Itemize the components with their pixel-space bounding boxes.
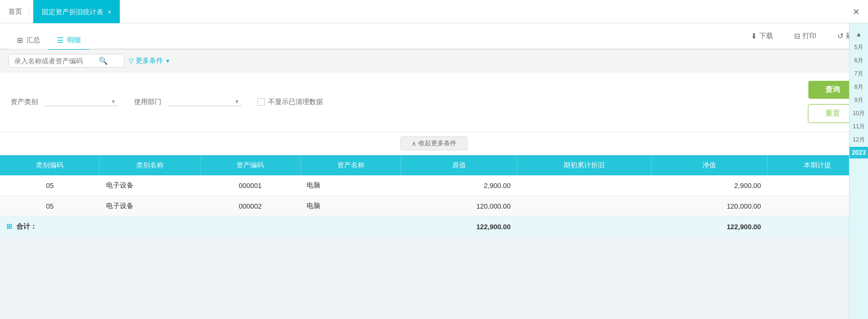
- sidebar-year-2023[interactable]: 2023: [850, 147, 868, 158]
- hide-cleared-label: 不显示已清理数据: [268, 97, 323, 107]
- sidebar-month-6[interactable]: 6月: [850, 54, 868, 67]
- search-input[interactable]: [14, 57, 99, 65]
- department-label: 使用部门: [134, 97, 164, 107]
- row1-asset-name: 电脑: [300, 175, 400, 196]
- hide-cleared-checkbox[interactable]: [257, 98, 265, 106]
- collapse-bar: ∧ 收起更多条件: [0, 132, 868, 155]
- refresh-icon: ↺: [837, 32, 844, 40]
- sidebar-month-10[interactable]: 10月: [850, 107, 868, 119]
- nav-home[interactable]: 首页: [8, 7, 29, 16]
- asset-category-select[interactable]: ▼: [44, 98, 118, 106]
- summary-row: ⊞ 合计： 122,900.00 122,900.00: [0, 217, 868, 237]
- asset-category-arrow-icon: ▼: [111, 99, 116, 105]
- department-field: 使用部门 ▼: [134, 97, 242, 107]
- department-select[interactable]: ▼: [168, 98, 242, 106]
- asset-category-label: 资产类别: [11, 97, 40, 107]
- print-button[interactable]: ⊟ 打印: [794, 31, 816, 41]
- summary-empty-1: [200, 217, 300, 237]
- tab-summary[interactable]: ⊞ 汇总: [8, 31, 49, 50]
- department-arrow-icon: ▼: [234, 99, 240, 105]
- search-icon[interactable]: 🔍: [99, 57, 108, 65]
- row1-category-name: 电子设备: [100, 175, 200, 196]
- chevron-down-icon: ▼: [165, 58, 170, 64]
- summary-original-value: 122,900.00: [401, 217, 517, 237]
- header-net-value: 净值: [651, 155, 767, 175]
- collapse-label: 收起更多条件: [418, 139, 456, 148]
- sidebar-month-7[interactable]: 7月: [850, 68, 868, 80]
- header-category-name: 类别名称: [100, 155, 200, 175]
- print-label: 打印: [803, 31, 816, 41]
- hide-cleared-field: 不显示已清理数据: [257, 97, 323, 107]
- sidebar-month-9[interactable]: 9月: [850, 94, 868, 106]
- row2-original-value: 120,000.00: [401, 196, 517, 217]
- row1-net-value: 2,900.00: [651, 175, 767, 196]
- tab-detail-label: 明细: [67, 35, 81, 45]
- table-row: 05 电子设备 000001 电脑 2,900.00 2,900.00: [0, 175, 868, 196]
- header-initial-depreciation: 期初累计折旧: [517, 155, 651, 175]
- sidebar-month-8[interactable]: 8月: [850, 81, 868, 93]
- nav-tab-title: 固定资产折旧统计表: [42, 7, 103, 17]
- row2-asset-code: 000002: [200, 196, 300, 217]
- summary-initial-depreciation: [517, 217, 651, 237]
- print-icon: ⊟: [794, 32, 800, 40]
- row1-category-code: 05: [0, 175, 100, 196]
- close-window-button[interactable]: ✕: [853, 6, 860, 16]
- row2-initial-depreciation: [517, 196, 651, 217]
- more-conditions-button[interactable]: ▽ 更多条件 ▼: [129, 56, 170, 65]
- right-sidebar: ▲ 5月 6月 7月 8月 9月 10月 11月 12月 2023: [849, 23, 868, 319]
- header-asset-code: 资产编码: [200, 155, 300, 175]
- download-button[interactable]: ⬇ 下载: [751, 31, 773, 41]
- sidebar-month-11[interactable]: 11月: [850, 120, 868, 133]
- nav-tab-close[interactable]: ×: [108, 8, 111, 16]
- tab-detail[interactable]: ☰ 明细: [49, 31, 89, 50]
- download-icon: ⬇: [751, 32, 757, 40]
- header-asset-name: 资产名称: [300, 155, 400, 175]
- data-table: 类别编码 类别名称 资产编码 资产名称 原值 期初累计折旧 净值 本期计提 05…: [0, 155, 868, 237]
- header-original-value: 原值: [401, 155, 517, 175]
- row2-asset-name: 电脑: [300, 196, 400, 217]
- filter-icon: ▽: [129, 57, 133, 64]
- more-conditions-label: 更多条件: [136, 56, 163, 65]
- sidebar-month-5[interactable]: 5月: [850, 41, 868, 53]
- row1-initial-depreciation: [517, 175, 651, 196]
- row1-original-value: 2,900.00: [401, 175, 517, 196]
- filter-row: 资产类别 ▼ 使用部门 ▼ 不显示已清理数据: [11, 81, 857, 123]
- advanced-filter: 资产类别 ▼ 使用部门 ▼ 不显示已清理数据: [0, 72, 868, 132]
- tab-summary-label: 汇总: [26, 35, 40, 45]
- summary-label: ⊞ 合计：: [0, 217, 200, 237]
- row2-net-value: 120,000.00: [651, 196, 767, 217]
- page-wrapper: ⊞ 汇总 ☰ 明细 ⬇ 下载 ⊟ 打印 ↺ 刷新: [0, 23, 868, 319]
- sidebar-scroll-up[interactable]: ▲: [856, 29, 862, 40]
- sub-tabs: ⊞ 汇总 ☰ 明细: [8, 24, 89, 49]
- download-label: 下载: [759, 31, 773, 41]
- detail-icon: ☰: [57, 36, 64, 44]
- page-main: ⊞ 汇总 ☰ 明细 ⬇ 下载 ⊟ 打印 ↺ 刷新: [0, 23, 868, 319]
- top-nav-bar: 首页 固定资产折旧统计表 × ✕: [0, 0, 868, 23]
- collapse-icon: ∧: [412, 140, 416, 147]
- table-header-row: 类别编码 类别名称 资产编码 资产名称 原值 期初累计折旧 净值 本期计提: [0, 155, 868, 175]
- header-category-code: 类别编码: [0, 155, 100, 175]
- row1-asset-code: 000001: [200, 175, 300, 196]
- nav-tab-fixed-assets[interactable]: 固定资产折旧统计表 ×: [33, 0, 120, 23]
- row2-category-name: 电子设备: [100, 196, 200, 217]
- toolbar-right: ⬇ 下载 ⊟ 打印 ↺ 刷新: [740, 31, 860, 41]
- filter-bar: 🔍 ▽ 更多条件 ▼ ›: [0, 50, 868, 72]
- sidebar-month-12[interactable]: 12月: [850, 134, 868, 146]
- table-container: 类别编码 类别名称 资产编码 资产名称 原值 期初累计折旧 净值 本期计提 05…: [0, 155, 868, 319]
- summary-empty-2: [300, 217, 400, 237]
- summary-icon: ⊞: [6, 222, 12, 230]
- summary-text: 合计：: [16, 222, 37, 230]
- row2-category-code: 05: [0, 196, 100, 217]
- collapse-button[interactable]: ∧ 收起更多条件: [400, 136, 468, 151]
- summary-icon: ⊞: [17, 36, 23, 44]
- search-wrap: 🔍: [8, 54, 125, 68]
- asset-category-field: 资产类别 ▼: [11, 97, 118, 107]
- table-row: 05 电子设备 000002 电脑 120,000.00 120,000.00: [0, 196, 868, 217]
- summary-net-value: 122,900.00: [651, 217, 767, 237]
